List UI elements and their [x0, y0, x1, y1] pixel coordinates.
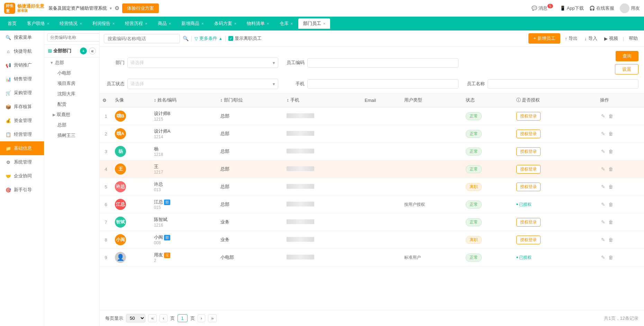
- more-conditions-btn[interactable]: ▽ 更多条件 ▲: [194, 35, 223, 42]
- emp-name-input[interactable]: [488, 79, 638, 89]
- nav-tab-商品[interactable]: 商品×: [153, 18, 176, 29]
- try-btn[interactable]: 体验行业方案: [122, 3, 159, 13]
- edit-btn[interactable]: ✎: [600, 202, 606, 207]
- sidebar-item-企业协同[interactable]: 🤝企业协同: [0, 169, 44, 183]
- th-settings[interactable]: ⚙: [100, 94, 112, 107]
- sidebar-item-经营管理[interactable]: 📋经营管理: [0, 127, 44, 141]
- auth-login-btn[interactable]: 授权登录: [516, 165, 541, 174]
- delete-btn[interactable]: 🗑: [607, 202, 614, 207]
- app-download-item[interactable]: 📱 App下载: [560, 5, 584, 11]
- help-btn[interactable]: 帮助: [627, 34, 640, 43]
- edit-btn[interactable]: ✎: [600, 131, 606, 136]
- per-page-select[interactable]: 50 100: [126, 314, 145, 323]
- auth-login-btn[interactable]: 授权登录: [516, 130, 541, 138]
- close-icon[interactable]: ×: [112, 21, 115, 26]
- edit-btn[interactable]: ✎: [600, 184, 606, 190]
- search-icon-btn[interactable]: 🔍: [183, 36, 189, 41]
- close-icon[interactable]: ×: [267, 21, 269, 26]
- sidebar-item-快捷导航[interactable]: ⌂快捷导航: [0, 44, 44, 58]
- nav-tab-利润报告[interactable]: 利润报告×: [88, 18, 119, 29]
- view-btn[interactable]: ▶ 视频: [602, 34, 620, 43]
- close-icon[interactable]: ×: [291, 21, 293, 26]
- close-icon[interactable]: ×: [234, 21, 236, 26]
- delete-btn[interactable]: 🗑: [607, 184, 614, 190]
- nav-tab-仓库[interactable]: 仓库×: [275, 18, 298, 29]
- nav-tab-首页[interactable]: 首页: [3, 18, 21, 29]
- close-icon[interactable]: ×: [169, 21, 171, 26]
- dept-item-项目库房[interactable]: 项目库房: [44, 78, 99, 89]
- nav-tab-部门员工[interactable]: 部门员工×: [298, 18, 330, 29]
- collapse-btn[interactable]: «: [89, 47, 96, 54]
- dept-item-总部[interactable]: ▼总部: [44, 58, 99, 68]
- close-icon[interactable]: ×: [201, 21, 203, 26]
- th-dept[interactable]: ↕ 部门/职位: [218, 94, 284, 107]
- sidebar-item-新手引导[interactable]: 🎯新手引导: [0, 183, 44, 197]
- dept-item-配货[interactable]: 配货: [44, 99, 99, 109]
- delete-btn[interactable]: 🗑: [607, 237, 614, 243]
- dept-item-双鹿想[interactable]: ▶双鹿想: [44, 109, 99, 120]
- dept-item-插树王三[interactable]: 插树王三: [44, 130, 99, 141]
- delete-btn[interactable]: 🗑: [607, 113, 614, 119]
- sidebar-item-资金管理[interactable]: 💰资金管理: [0, 114, 44, 127]
- auth-login-btn[interactable]: 授权登录: [516, 183, 541, 191]
- sidebar-item-基础信息[interactable]: 📁基础信息: [0, 141, 44, 155]
- auth-login-btn[interactable]: 授权登录: [516, 236, 541, 244]
- auth-login-btn[interactable]: 授权登录: [516, 147, 541, 156]
- user-item[interactable]: 用友: [620, 3, 640, 13]
- set-btn[interactable]: 设置: [615, 64, 638, 74]
- show-resigned-toggle[interactable]: ✓ 显示离职员工: [228, 35, 262, 42]
- edit-btn[interactable]: ✎: [600, 149, 606, 154]
- export-btn[interactable]: ↑ 导出: [563, 34, 580, 43]
- edit-btn[interactable]: ✎: [600, 237, 606, 243]
- nav-tab-条码方案[interactable]: 条码方案×: [209, 18, 241, 29]
- dept-item-沈阳大库[interactable]: 沈阳大库: [44, 89, 99, 99]
- delete-btn[interactable]: 🗑: [607, 219, 614, 225]
- sidebar-item-搜索菜单[interactable]: 🔍搜索菜单: [0, 30, 44, 44]
- auth-login-btn[interactable]: 授权登录: [516, 112, 541, 121]
- search-input[interactable]: [104, 34, 180, 43]
- sidebar-item-库存核算[interactable]: 📦库存核算: [0, 100, 44, 114]
- dept-search-input[interactable]: [47, 33, 100, 42]
- dept-select[interactable]: 请选择 ▾: [127, 58, 278, 68]
- th-phone[interactable]: ↕ 手机: [284, 94, 362, 107]
- edit-btn[interactable]: ✎: [600, 113, 606, 119]
- nav-tab-物料清单[interactable]: 物料清单×: [242, 18, 274, 29]
- emp-status-select[interactable]: 请选择 ▾: [127, 79, 278, 89]
- delete-btn[interactable]: 🗑: [607, 255, 614, 260]
- auth-login-btn[interactable]: 授权登录: [516, 218, 541, 227]
- th-name[interactable]: ↕ 姓名/编码: [151, 94, 218, 107]
- import-btn[interactable]: ↓ 导入: [582, 34, 599, 43]
- add-employee-btn[interactable]: + 新增员工: [528, 33, 560, 44]
- phone-input[interactable]: [307, 79, 458, 89]
- delete-btn[interactable]: 🗑: [607, 149, 614, 154]
- last-page-btn[interactable]: »: [208, 314, 217, 322]
- next-page-btn[interactable]: ›: [198, 314, 205, 322]
- online-service-item[interactable]: 🎧 在线客服: [589, 5, 614, 11]
- first-page-btn[interactable]: «: [148, 314, 157, 322]
- nav-tab-经营情况[interactable]: 经营情况×: [55, 18, 87, 29]
- edit-btn[interactable]: ✎: [600, 255, 606, 260]
- sidebar-item-系统管理[interactable]: ⚙系统管理: [0, 155, 44, 169]
- close-icon[interactable]: ×: [145, 21, 147, 26]
- dept-item-总部[interactable]: 总部: [44, 120, 99, 130]
- delete-btn[interactable]: 🗑: [607, 166, 614, 172]
- emp-code-input[interactable]: [307, 58, 458, 68]
- close-icon[interactable]: ×: [47, 21, 49, 26]
- sidebar-item-销售管理[interactable]: 📊销售管理: [0, 72, 44, 86]
- nav-tab-客户联络[interactable]: 客户联络×: [22, 18, 54, 29]
- sidebar-item-采购管理[interactable]: 🛒采购管理: [0, 86, 44, 100]
- nav-tab-经营历程[interactable]: 经营历程×: [120, 18, 152, 29]
- close-icon[interactable]: ×: [323, 21, 325, 26]
- close-icon[interactable]: ×: [80, 21, 82, 26]
- dept-item-小电部[interactable]: 小电部: [44, 68, 99, 78]
- edit-btn[interactable]: ✎: [600, 166, 606, 172]
- add-dept-btn[interactable]: +: [80, 47, 87, 54]
- query-btn[interactable]: 查询: [616, 51, 638, 61]
- gear-icon[interactable]: ⚙: [115, 5, 119, 11]
- sidebar-item-营销推广[interactable]: 📢营销推广: [0, 58, 44, 72]
- edit-btn[interactable]: ✎: [600, 219, 606, 225]
- nav-tab-新增商品[interactable]: 新增商品×: [176, 18, 208, 29]
- messages-item[interactable]: 💬 消息 5: [532, 5, 554, 11]
- delete-btn[interactable]: 🗑: [607, 131, 614, 136]
- prev-page-btn[interactable]: ‹: [160, 314, 167, 322]
